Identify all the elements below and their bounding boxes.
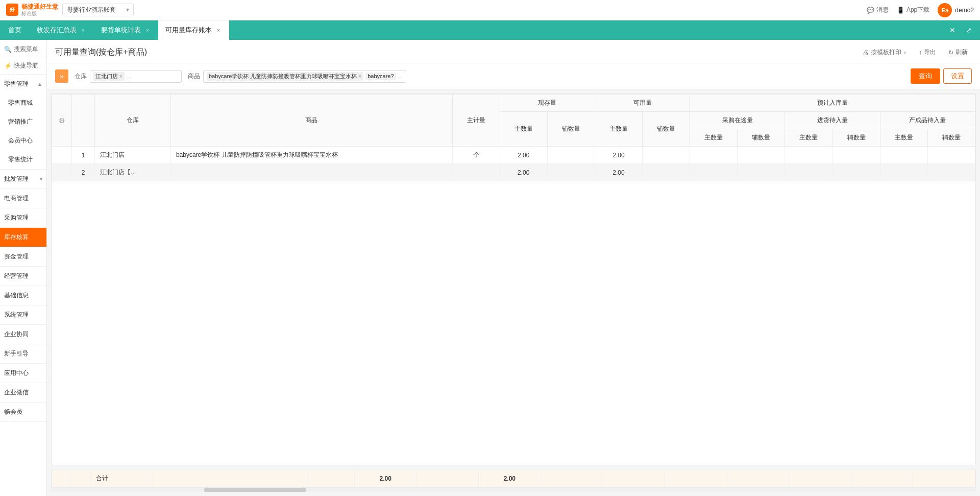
message-button[interactable]: 💬 消息 bbox=[867, 6, 889, 14]
cell-inbound-aux bbox=[832, 164, 880, 181]
nav-icon: ⚡ bbox=[4, 62, 12, 69]
cell-inbound-main bbox=[785, 164, 832, 181]
tab-close-icon[interactable]: × bbox=[80, 27, 87, 34]
sidebar-section-ecommerce: 电商管理 bbox=[0, 189, 46, 208]
sidebar-item-retail-stats[interactable]: 零售统计 bbox=[0, 150, 46, 169]
sidebar-item-member[interactable]: 畅会员 bbox=[0, 403, 46, 421]
nav-tabs: 首页 收发存汇总表 × 要货单统计表 × 可用量库存账本 × ✕ ⤢ bbox=[0, 20, 980, 40]
warehouse-more[interactable]: ... bbox=[127, 73, 131, 79]
chevron-up-icon: ▲ bbox=[37, 81, 42, 87]
tab-close-icon[interactable]: × bbox=[215, 27, 222, 34]
sidebar-section-purchase: 采购管理 bbox=[0, 208, 46, 228]
download-icon: 📱 bbox=[897, 7, 904, 14]
main-layout: 🔍 搜索菜单 ⚡ 快捷导航 零售管理 ▲ 零售商城 营销推广 会员中心 零售统计 bbox=[0, 40, 980, 496]
cell-stock-main: 2.00 bbox=[500, 147, 547, 164]
cell-avail-aux bbox=[643, 147, 690, 164]
col-avail-aux: 辅数量 bbox=[643, 112, 690, 147]
settings-button[interactable]: 设置 bbox=[943, 68, 972, 84]
sidebar-item-inventory[interactable]: 库存核算 bbox=[0, 228, 46, 247]
cell-row-num: 1 bbox=[72, 147, 95, 164]
tab-available-inventory[interactable]: 可用量库存账本 × bbox=[158, 20, 229, 40]
cell-settings bbox=[52, 147, 72, 164]
cell-purchase-main bbox=[690, 164, 738, 181]
sidebar-item-operations[interactable]: 经营管理 bbox=[0, 267, 46, 286]
print-icon: 🖨 bbox=[863, 49, 869, 56]
cell-purchase-aux bbox=[738, 164, 785, 181]
sidebar-item-purchase[interactable]: 采购管理 bbox=[0, 208, 46, 227]
chevron-down-icon: ▾ bbox=[903, 49, 906, 56]
col-row-num bbox=[72, 95, 95, 147]
cell-warehouse: 江北门店【... bbox=[95, 164, 171, 181]
col-inbound-aux: 辅数量 bbox=[832, 129, 880, 147]
export-icon: ↑ bbox=[919, 49, 922, 56]
column-settings-icon[interactable]: ⚙ bbox=[57, 116, 66, 125]
cell-unit: 个 bbox=[452, 147, 500, 164]
refresh-button[interactable]: ↻ 刷新 bbox=[944, 46, 972, 59]
page-title: 可用量查询(按仓库+商品) bbox=[55, 47, 147, 58]
message-icon: 💬 bbox=[867, 7, 874, 14]
product-tag-1: babycare学饮杯 儿童防摔防撞吸管杯重力球吸嘴杯宝宝水杯 × bbox=[207, 72, 363, 81]
sidebar-item-system[interactable]: 系统管理 bbox=[0, 305, 46, 324]
sidebar-item-marketing[interactable]: 营销推广 bbox=[0, 112, 46, 131]
sidebar-item-app-center[interactable]: 应用中心 bbox=[0, 364, 46, 383]
tag-close-icon[interactable]: × bbox=[358, 74, 361, 79]
sidebar-section-collab: 企业协同 bbox=[0, 325, 46, 344]
inventory-table-wrapper: ⚙ 仓库 商品 主计量 现存量 可用量 预计入库量 主数量 辅数量 主数量 bbox=[51, 93, 976, 465]
sidebar-item-membership[interactable]: 会员中心 bbox=[0, 131, 46, 150]
table-row: 2 江北门店【... 2.00 2.00 bbox=[52, 164, 975, 181]
sidebar-section-retail: 零售管理 ▲ 零售商城 营销推广 会员中心 零售统计 bbox=[0, 75, 46, 170]
sidebar-item-retail-management[interactable]: 零售管理 ▲ bbox=[0, 75, 46, 93]
sidebar-item-wholesale[interactable]: 批发管理 ▾ bbox=[0, 170, 46, 188]
horizontal-scrollbar[interactable] bbox=[51, 488, 976, 492]
tab-home[interactable]: 首页 bbox=[0, 20, 30, 40]
query-button[interactable]: 查询 bbox=[911, 68, 940, 84]
sidebar-item-ecommerce[interactable]: 电商管理 bbox=[0, 189, 46, 208]
sidebar-item-wechat[interactable]: 企业微信 bbox=[0, 383, 46, 402]
nav-right-icons: ✕ ⤢ bbox=[945, 23, 980, 37]
sidebar-item-newbie[interactable]: 新手引导 bbox=[0, 344, 46, 363]
sidebar-section-member: 畅会员 bbox=[0, 403, 46, 422]
product-more[interactable]: ... bbox=[398, 73, 403, 79]
sidebar-section-operations: 经营管理 bbox=[0, 267, 46, 286]
user-menu[interactable]: Ea demo2 bbox=[938, 3, 974, 17]
cell-product-main bbox=[880, 147, 927, 164]
sidebar-search[interactable]: 🔍 搜索菜单 bbox=[0, 40, 46, 57]
tab-close-icon[interactable]: × bbox=[144, 27, 151, 34]
warehouse-filter: 仓库 江北门店 × ... bbox=[75, 70, 182, 83]
col-product-main: 主数量 bbox=[880, 129, 927, 147]
print-button[interactable]: 🖨 按模板打印 ▾ bbox=[859, 46, 911, 59]
tab-receive-summary[interactable]: 收发存汇总表 × bbox=[30, 20, 94, 40]
footer-stock-main: 2.00 bbox=[354, 470, 416, 487]
expand-icon[interactable]: ⤢ bbox=[962, 23, 976, 37]
expand-filter-button[interactable]: » bbox=[55, 69, 68, 83]
col-group-product-pending: 产成品待入量 bbox=[880, 112, 975, 129]
scrollbar-thumb[interactable] bbox=[204, 488, 306, 492]
tag-close-icon[interactable]: × bbox=[119, 74, 122, 79]
cell-row-num: 2 bbox=[72, 164, 95, 181]
cell-settings bbox=[52, 164, 72, 181]
sidebar-item-retail-mall[interactable]: 零售商城 bbox=[0, 93, 46, 112]
cell-avail-aux bbox=[643, 164, 690, 181]
template-selector[interactable]: 母婴行业演示账套 ▾ bbox=[62, 4, 134, 16]
logo-icon: 好 bbox=[6, 4, 18, 16]
sidebar-section-inventory: 库存核算 bbox=[0, 228, 46, 247]
warehouse-input[interactable]: 江北门店 × ... bbox=[90, 70, 182, 83]
col-purchase-aux: 辅数量 bbox=[738, 129, 785, 147]
cell-product-aux bbox=[927, 164, 975, 181]
app-download-button[interactable]: 📱 App下载 bbox=[897, 6, 929, 14]
sidebar: 🔍 搜索菜单 ⚡ 快捷导航 零售管理 ▲ 零售商城 营销推广 会员中心 零售统计 bbox=[0, 40, 47, 496]
sidebar-item-basic-info[interactable]: 基础信息 bbox=[0, 286, 46, 305]
page-header: 可用量查询(按仓库+商品) 🖨 按模板打印 ▾ ↑ 导出 ↻ 刷新 bbox=[47, 40, 980, 63]
close-window-icon[interactable]: ✕ bbox=[945, 23, 960, 37]
col-stock-main: 主数量 bbox=[500, 112, 547, 147]
sidebar-quick-nav[interactable]: ⚡ 快捷导航 bbox=[0, 57, 46, 75]
product-input[interactable]: babycare学饮杯 儿童防摔防撞吸管杯重力球吸嘴杯宝宝水杯 × babyca… bbox=[203, 70, 406, 83]
col-purchase-main: 主数量 bbox=[690, 129, 738, 147]
sidebar-item-collab[interactable]: 企业协同 bbox=[0, 325, 46, 344]
tab-order-stats[interactable]: 要货单统计表 × bbox=[94, 20, 158, 40]
cell-product: babycare学饮杯 儿童防摔防撞吸管杯重力球吸嘴杯宝宝水杯 bbox=[170, 147, 452, 164]
cell-product bbox=[170, 164, 452, 181]
sidebar-item-finance[interactable]: 资金管理 bbox=[0, 247, 46, 266]
top-bar-left: 好 畅捷通好生意 标准版 母婴行业演示账套 ▾ bbox=[6, 3, 134, 16]
export-button[interactable]: ↑ 导出 bbox=[915, 46, 940, 59]
